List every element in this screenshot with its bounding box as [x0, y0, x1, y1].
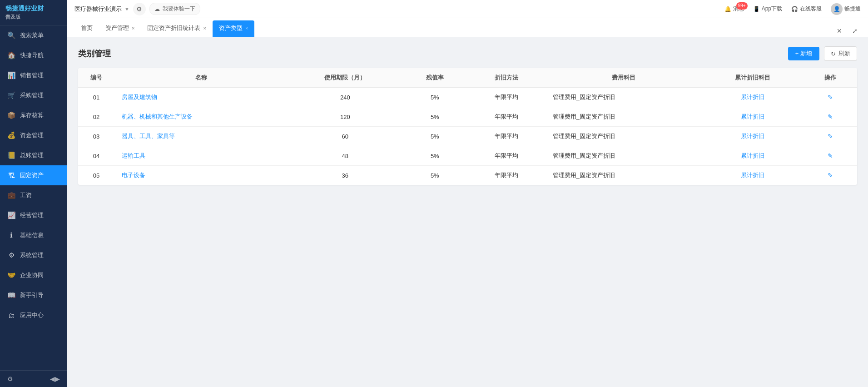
- avatar: 👤: [831, 3, 843, 15]
- sidebar-item-app-center[interactable]: 🗂 应用中心: [0, 305, 67, 325]
- cell-accumulate: 累计折旧: [702, 88, 804, 107]
- sidebar-item-system[interactable]: ⚙ 系统管理: [0, 245, 67, 265]
- asset-type-table: 编号 名称 使用期限（月） 残值率 折旧方法 费用科目 累计折旧科目 操作 01…: [78, 68, 857, 185]
- app-download-label: App下载: [762, 5, 782, 13]
- sidebar-item-inventory[interactable]: 📦 库存核算: [0, 105, 67, 125]
- settings-button[interactable]: ⚙: [7, 375, 13, 382]
- cell-period: 60: [288, 127, 402, 146]
- tab-asset-type-label: 资产类型: [219, 24, 243, 32]
- table-row: 05 电子设备 36 5% 年限平均 管理费用_固定资产折旧 累计折旧 ✎: [78, 166, 857, 185]
- cell-action[interactable]: ✎: [804, 127, 857, 146]
- table-header: 编号 名称 使用期限（月） 残值率 折旧方法 费用科目 累计折旧科目 操作: [78, 68, 857, 88]
- tab-home[interactable]: 首页: [74, 20, 99, 37]
- sidebar-toggle-button[interactable]: ◀▶: [50, 375, 60, 382]
- sidebar-item-enterprise[interactable]: 🤝 企业协同: [0, 265, 67, 285]
- close-tab-icon[interactable]: ×: [245, 25, 248, 31]
- table-row: 03 器具、工具、家具等 60 5% 年限平均 管理费用_固定资产折旧 累计折旧…: [78, 127, 857, 146]
- tab-asset-type[interactable]: 资产类型 ×: [213, 20, 254, 37]
- sidebar-item-operations[interactable]: 📈 经营管理: [0, 205, 67, 225]
- sidebar-item-label: 总账管理: [20, 151, 44, 159]
- tab-depreciation-label: 固定资产折旧统计表: [147, 24, 200, 32]
- sidebar-item-fixed-assets[interactable]: 🏗 固定资产: [0, 165, 67, 185]
- sidebar-item-guide[interactable]: 📖 新手引导: [0, 285, 67, 305]
- data-table-container: 编号 名称 使用期限（月） 残值率 折旧方法 费用科目 累计折旧科目 操作 01…: [78, 68, 857, 185]
- cell-action[interactable]: ✎: [804, 107, 857, 127]
- cell-method: 年限平均: [468, 166, 546, 185]
- cell-accumulate: 累计折旧: [702, 146, 804, 166]
- close-tab-icon[interactable]: ×: [203, 25, 206, 31]
- avatar-icon: 👤: [833, 6, 840, 12]
- ledger-icon: 📒: [7, 151, 15, 159]
- sidebar: 畅捷通好业财 普及版 🔍 搜索菜单 🏠 快捷导航 📊 销售管理 🛒 采购管理 📦…: [0, 0, 67, 387]
- sidebar-item-payroll[interactable]: 💼 工资: [0, 185, 67, 205]
- cell-action[interactable]: ✎: [804, 146, 857, 166]
- cell-id: 02: [78, 107, 114, 127]
- cell-name: 器具、工具、家具等: [114, 127, 288, 146]
- cell-id: 05: [78, 166, 114, 185]
- app-version: 普及版: [5, 14, 20, 20]
- cell-cost-subject: 管理费用_固定资产折旧: [546, 146, 702, 166]
- search-icon: 🔍: [7, 31, 15, 40]
- sidebar-item-label: 工资: [20, 191, 32, 199]
- cell-period: 48: [288, 146, 402, 166]
- sidebar-item-label: 快捷导航: [20, 51, 44, 60]
- user-profile-button[interactable]: 👤 畅捷通: [831, 3, 861, 15]
- cell-residual: 5%: [402, 166, 468, 185]
- customer-service-label: 在线客服: [800, 5, 822, 13]
- cell-name: 房屋及建筑物: [114, 88, 288, 107]
- edit-icon[interactable]: ✎: [828, 172, 833, 179]
- sales-icon: 📊: [7, 71, 15, 79]
- funds-icon: 💰: [7, 131, 15, 139]
- refresh-button[interactable]: ↻ 刷新: [824, 46, 857, 61]
- cell-action[interactable]: ✎: [804, 88, 857, 107]
- sidebar-logo: 畅捷通好业财 普及版: [0, 0, 67, 25]
- customer-service-button[interactable]: 🎧 在线客服: [791, 5, 822, 13]
- payroll-icon: 💼: [7, 191, 15, 199]
- app-center-icon: 🗂: [7, 312, 15, 319]
- home-icon: 🏠: [7, 51, 15, 60]
- edit-icon[interactable]: ✎: [828, 152, 833, 159]
- operations-icon: 📈: [7, 211, 15, 219]
- cell-action[interactable]: ✎: [804, 166, 857, 185]
- sidebar-item-search[interactable]: 🔍 搜索菜单: [0, 25, 67, 45]
- edit-icon[interactable]: ✎: [828, 94, 833, 101]
- maximize-button[interactable]: ⤢: [849, 25, 861, 37]
- tab-fixed-asset-depreciation[interactable]: 固定资产折旧统计表 ×: [141, 20, 212, 37]
- app-download-button[interactable]: 📱 App下载: [753, 5, 782, 13]
- cell-period: 240: [288, 88, 402, 107]
- sidebar-item-sales[interactable]: 📊 销售管理: [0, 65, 67, 85]
- col-period: 使用期限（月）: [288, 68, 402, 88]
- main-area: 医疗器械行业演示 ▼ ⚙ ☁ 我要体验一下 🔔 消息 99+ 📱 App下载: [67, 0, 868, 387]
- close-window-button[interactable]: ✕: [833, 25, 845, 37]
- close-tab-icon[interactable]: ×: [132, 25, 134, 31]
- company-name: 医疗器械行业演示: [74, 5, 122, 13]
- sidebar-item-label: 固定资产: [20, 171, 44, 179]
- sidebar-item-funds[interactable]: 💰 资金管理: [0, 125, 67, 145]
- sidebar-item-basic-info[interactable]: ℹ 基础信息: [0, 225, 67, 245]
- table-body: 01 房屋及建筑物 240 5% 年限平均 管理费用_固定资产折旧 累计折旧 ✎…: [78, 88, 857, 185]
- cell-residual: 5%: [402, 146, 468, 166]
- content-area: 类别管理 + 新增 ↻ 刷新 编号 名称 使用期限（月） 残值率 折旧方法: [67, 37, 868, 387]
- sidebar-item-label: 搜索菜单: [20, 31, 44, 40]
- cell-name: 电子设备: [114, 166, 288, 185]
- sidebar-item-label: 采购管理: [20, 91, 44, 99]
- edit-icon[interactable]: ✎: [828, 133, 833, 140]
- col-accumulate: 累计折旧科目: [702, 68, 804, 88]
- guide-icon: 📖: [7, 291, 15, 299]
- experience-button[interactable]: ☁ 我要体验一下: [149, 3, 200, 15]
- new-button[interactable]: + 新增: [788, 47, 819, 60]
- company-selector[interactable]: 医疗器械行业演示 ▼: [74, 5, 129, 13]
- sidebar-item-ledger[interactable]: 📒 总账管理: [0, 145, 67, 165]
- notifications-button[interactable]: 🔔 消息 99+: [724, 5, 744, 13]
- sidebar-item-label: 企业协同: [20, 271, 44, 279]
- sidebar-item-label: 经营管理: [20, 211, 44, 219]
- topbar: 医疗器械行业演示 ▼ ⚙ ☁ 我要体验一下 🔔 消息 99+ 📱 App下载: [67, 0, 868, 18]
- sidebar-item-purchase[interactable]: 🛒 采购管理: [0, 85, 67, 105]
- tab-asset-management[interactable]: 资产管理 ×: [99, 20, 141, 37]
- settings-gear-button[interactable]: ⚙: [133, 3, 146, 15]
- cell-residual: 5%: [402, 127, 468, 146]
- sidebar-item-quick-nav[interactable]: 🏠 快捷导航: [0, 45, 67, 65]
- cell-method: 年限平均: [468, 88, 546, 107]
- page-title: 类别管理: [78, 48, 111, 59]
- edit-icon[interactable]: ✎: [828, 113, 833, 120]
